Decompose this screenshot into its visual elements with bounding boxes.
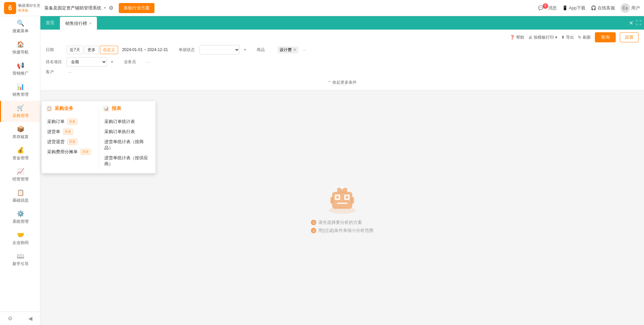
sidebar-item-quick-nav[interactable]: 🏠 快捷导航 [0,37,40,58]
report-header: 📊 报表 [103,105,152,114]
purchase-receive-label: 进货单 [47,129,60,135]
maximize-icon[interactable]: ⛶ [636,20,641,26]
purchase-business-col: 📋 采购业务 采购订单 历史 进货单 历史 进货退货 历史 [42,105,99,169]
salesperson-label: 业务员 [124,59,141,65]
phone-icon: 📱 [562,5,568,10]
svg-rect-6 [337,203,348,204]
tab-close-icon[interactable]: × [89,21,92,26]
tab-home[interactable]: 首页 [40,16,60,30]
query-button[interactable]: 查询 [595,32,616,42]
sidebar-item-enterprise[interactable]: 🤝 企业协同 [0,228,40,249]
date-buttons: 近7天 更多 自定义 [67,46,118,54]
collapse-button[interactable]: ⌃ 收起更多条件 [46,78,639,87]
tab-bar: 首页 销售排行榜 × ✕ ⛶ [40,16,644,30]
sidebar-item-marketing[interactable]: 📢 营销推广 [0,58,40,80]
message-item[interactable]: 💬 9 消息 [538,5,557,11]
box-icon: 📦 [17,125,24,133]
filter-row-3: 客户 ··· [46,69,639,75]
report-receive-supplier-item[interactable]: 进货单统计表（按供应商） [103,153,152,169]
settings-button[interactable]: 设置 [620,32,639,42]
purchase-icon: 📋 [46,105,52,112]
tab-sales-ranking[interactable]: 销售排行榜 × [60,17,97,30]
purchase-order-label: 采购订单 [47,119,65,125]
customer-more-icon[interactable]: ··· [68,70,72,75]
purchase-receive-item[interactable]: 进货单 历史 [46,127,95,137]
sidebar-item-guide[interactable]: 📖 新手引导 [0,249,40,270]
help-label: 帮助 [516,35,524,40]
sidebar-item-sales-mgmt[interactable]: 📊 销售管理 [0,80,40,101]
help-button[interactable]: ❓ 帮助 [510,35,524,40]
report-receive-product-label: 进货单统计表（按商品） [104,139,150,151]
report-receive-product-item[interactable]: 进货单统计表（按商品） [103,137,152,153]
refresh-button[interactable]: ↻ 刷新 [578,35,591,40]
sidebar-item-inventory[interactable]: 📦 库存核算 [0,122,40,143]
purchase-business-header: 📋 采购业务 [46,105,95,114]
print-dropdown-icon: ▾ [555,35,557,40]
system-title-text: 装备及固定资产辅助管理系统 [44,5,101,11]
product-more-icon[interactable]: ··· [302,47,306,52]
user-item[interactable]: Ea 用户 [620,3,640,13]
date-btn-more[interactable]: 更多 [84,46,99,54]
handshake-icon: 🤝 [17,231,24,239]
sidebar-item-search-menu[interactable]: 🔍 搜索菜单 [0,16,40,37]
hint-1-icon: ① [311,220,316,225]
svg-point-10 [341,187,344,189]
sidebar-label-system: 系统管理 [12,219,29,225]
export-button[interactable]: ⬆ 导出 [561,35,574,40]
template-print-button[interactable]: 🖨 按模板打印 ▾ [528,35,557,40]
guide-icon: 📖 [17,252,24,260]
history-badge-0: 历史 [67,119,77,125]
chevron-down-icon[interactable]: ▾ [104,6,106,10]
report-order-stat-item[interactable]: 采购订单统计表 [103,117,152,127]
settings-bottom-icon[interactable]: ⚙ [8,315,12,322]
chevron-up-icon: ⌃ [328,80,331,85]
date-btn-7days[interactable]: 近7天 [67,46,83,54]
purchase-order-item[interactable]: 采购订单 历史 [46,117,95,127]
sidebar-label-enterprise: 企业协同 [12,240,29,246]
purchase-cost-item[interactable]: 采购费用分摊单 历史 [46,147,95,157]
salesperson-more-icon[interactable]: ··· [146,59,150,65]
toolbar-right: ❓ 帮助 🖨 按模板打印 ▾ ⬆ 导出 ↻ 刷新 [510,32,639,42]
industry-button[interactable]: 体验行业方案 [119,3,154,13]
message-label: 消息 [548,5,557,11]
collapse-sidebar-icon[interactable]: ◀ [28,315,32,322]
logo-badge: 标准版 [18,8,40,13]
sidebar-item-purchase-mgmt[interactable]: 🛒 采购管理 📋 采购业务 采购订单 历史 进货单 历史 [0,101,40,122]
doc-status-select[interactable] [200,45,240,54]
purchase-header-label: 采购业务 [55,106,73,112]
sidebar-label-search: 搜索菜单 [12,28,29,34]
close-window-icon[interactable]: ✕ [629,20,633,26]
headset-icon: 🎧 [591,5,596,10]
sidebar-label-basic: 基础信息 [12,198,29,203]
rank-chevron: ▾ [111,59,113,64]
product-tag-remove[interactable]: ✕ [293,47,296,52]
filter-row-2: 排名项目 金额 ▾ 业务员 ··· [46,57,639,67]
sidebar-item-finance[interactable]: 💰 资金管理 [0,143,40,164]
date-range-value: 2024-01-01 ~ 2024-12-31 [122,47,168,52]
print-icon: 🖨 [528,35,532,40]
avatar: Ea [620,3,630,13]
tab-bar-right: ✕ ⛶ [629,20,644,26]
empty-hint-2-text: 用[过滤]条件来缩小分析范围 [318,228,373,234]
online-service-label: 在线客服 [598,5,615,11]
sidebar-item-basic-info[interactable]: 📋 基础信息 [0,186,40,207]
sidebar-item-operations[interactable]: 📈 经营管理 [0,164,40,186]
sidebar-label-finance: 资金管理 [12,155,29,161]
date-btn-custom[interactable]: 自定义 [100,46,118,54]
report-order-exec-label: 采购订单执行表 [104,129,135,135]
svg-rect-5 [346,196,348,199]
sidebar: 🔍 搜索菜单 🏠 快捷导航 📢 营销推广 📊 销售管理 🛒 采购管理 📋 采购业… [0,16,40,325]
purchase-return-item[interactable]: 进货退货 历史 [46,137,95,147]
history-badge-2: 历史 [67,139,77,145]
export-icon: ⬆ [561,35,565,40]
report-order-exec-item[interactable]: 采购订单执行表 [103,127,152,137]
app-download-item[interactable]: 📱 App下载 [562,5,585,11]
sidebar-label-purchase: 采购管理 [12,113,29,119]
rank-select[interactable]: 金额 [67,57,107,67]
trend-icon: 📈 [17,168,24,175]
history-badge-1: 历史 [63,129,73,135]
cart-icon: 🛒 [17,104,24,112]
sidebar-item-system-mgmt[interactable]: ⚙️ 系统管理 [0,207,40,228]
gear-icon[interactable]: ⚙ [109,5,113,11]
online-service-item[interactable]: 🎧 在线客服 [591,5,615,11]
